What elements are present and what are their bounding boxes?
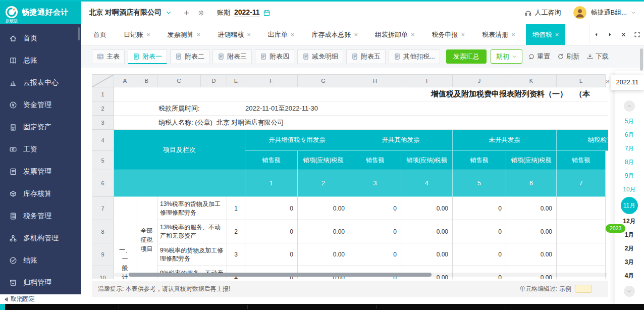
month-item-2[interactable]: 2月 [615,242,644,255]
sidebar-item-funds[interactable]: 资金管理 [0,94,81,116]
sheet-title-row[interactable]: 增值税及附加税费申报表附列资料（一） （本 [114,87,608,101]
month-item-1[interactable]: 1月2023 [615,228,644,242]
column-header-E[interactable]: E [227,74,245,87]
month-item-11[interactable]: 11月 [615,196,644,215]
row-header-8[interactable]: 8 [92,220,114,243]
taxpayer-row[interactable]: 纳税人名称: (公章) 北京 对啊酒店有限公司 [114,116,608,130]
subtab-schedule-3[interactable]: 附表三 [212,49,252,64]
vertical-scrollbar-thumb[interactable] [640,48,643,71]
close-icon[interactable]: × [511,31,515,38]
column-header-A[interactable]: A [114,74,136,87]
line-number-cell[interactable]: 1 [227,197,245,220]
row-header-10[interactable]: 10 [92,266,114,279]
close-icon[interactable]: × [354,31,358,38]
subtab-main-sheet[interactable]: 主表 [92,49,125,64]
invoice-summary-button[interactable]: 发票汇总 [446,49,487,64]
settings-gear-icon[interactable] [197,9,205,17]
item-cell[interactable]: 13%税率的货物及加工修理修配劳务 [157,197,227,220]
scroll-tabs-right-button[interactable] [603,24,617,45]
month-item-7[interactable]: 7月 [615,142,644,156]
sidebar-item-inventory[interactable]: 库存核算 [0,183,81,205]
tab-inventory-cost-ledger[interactable]: 库存成本总账× [305,24,364,45]
month-item-9[interactable]: 9月 [615,169,644,183]
close-icon[interactable]: × [291,31,295,38]
month-item-3[interactable]: 3月 [615,255,644,269]
value-cell[interactable]: 0 [245,243,298,266]
subtab-other-deduction[interactable]: 其他扣税... [389,49,440,64]
opening-period-button[interactable]: 期初 [491,49,522,64]
add-icon[interactable]: + [184,8,189,18]
value-cell[interactable] [557,243,606,266]
tab-invoice-estimate[interactable]: 发票测算× [161,24,207,45]
sidebar-item-payroll[interactable]: 工资 [0,138,81,161]
value-cell[interactable] [557,220,606,243]
value-cell[interactable]: 0 [453,220,506,243]
company-name[interactable]: 北京 对啊酒店有限公司 [89,8,162,17]
unpin-sidebar-button[interactable]: 取消固定 [0,294,81,304]
value-cell[interactable]: 0 [349,197,401,220]
item-cell[interactable]: 13%税率的服务、不动产和无形资产 [157,220,227,243]
sidebar-item-tax-management[interactable]: 税务管理 [0,205,81,227]
value-cell[interactable]: 0 [349,243,401,266]
month-item-4[interactable]: 4月 [615,269,644,283]
close-tab-button[interactable]: × [617,24,630,45]
row-subgroup-cell[interactable]: 全部征税项目 [136,197,157,279]
horizontal-scrollbar-thumb[interactable] [129,273,432,277]
period-value[interactable]: 2022-11 [234,8,260,17]
column-header-L[interactable]: L [557,74,606,87]
tab-tax-filing[interactable]: 税务申报× [425,24,472,45]
value-cell[interactable]: 0.00 [506,243,557,266]
tab-outbound-order[interactable]: 出库单× [261,24,301,45]
value-cell[interactable]: 0 [453,197,506,220]
select-all-corner[interactable] [92,74,114,87]
fullscreen-button[interactable] [630,24,644,45]
tab-journal[interactable]: 日记账× [117,24,157,45]
tab-vat[interactable]: 增值税× [526,24,566,45]
value-cell[interactable]: 0.00 [401,197,453,220]
month-item-6[interactable]: 6月 [615,128,644,142]
column-header-D[interactable]: D [201,74,227,87]
scroll-months-up-button[interactable] [624,100,635,112]
line-number-cell[interactable]: 3 [227,243,245,266]
close-icon[interactable]: × [197,31,201,38]
line-number-cell[interactable]: 2 [227,220,245,243]
refresh-button[interactable]: 刷新 [557,52,579,61]
column-header-B[interactable]: B [136,74,157,87]
value-cell[interactable]: 0 [349,220,401,243]
value-cell[interactable]: 0.00 [401,243,453,266]
sidebar-item-fixed-assets[interactable]: 固定资产 [0,116,81,138]
row-header-5[interactable]: 5 [92,151,114,170]
close-icon[interactable]: × [411,31,415,38]
sidebar-item-closing[interactable]: 结账 [0,249,81,272]
row-group-cell[interactable]: 一、一般计税 [114,197,136,279]
user-menu-chevron-icon[interactable] [631,10,636,15]
column-header-F[interactable]: F [245,74,298,87]
scroll-months-down-button[interactable] [624,286,635,297]
consult-button[interactable]: 人工咨询 [524,8,561,17]
row-header-6[interactable]: 6 [92,170,114,197]
collapse-month-panel-button[interactable]: » [604,76,612,86]
sidebar-scrollbar-thumb[interactable] [78,27,80,40]
calendar-icon[interactable] [263,9,271,17]
tab-assembly-order[interactable]: 组装拆卸单× [368,24,421,45]
value-cell[interactable]: 0 [245,220,298,243]
value-cell[interactable]: 0 [453,243,506,266]
subtab-schedule-4[interactable]: 附表四 [255,49,294,64]
month-item-8[interactable]: 8月 [615,156,644,169]
value-cell[interactable]: 0.00 [401,220,453,243]
row-header-3[interactable]: 3 [92,116,114,130]
close-icon[interactable]: × [247,31,251,38]
close-icon[interactable]: × [555,31,559,38]
value-cell[interactable] [557,197,606,220]
subtab-reduction-detail[interactable]: 减免明细 [297,49,343,64]
value-cell[interactable]: 0.00 [298,197,349,220]
row-header-2[interactable]: 2 [92,101,114,116]
column-header-H[interactable]: H [349,74,401,87]
sidebar-item-home[interactable]: 首页 [0,27,81,49]
subtab-schedule-1[interactable]: 附表一 [128,49,167,64]
sidebar-item-general-ledger[interactable]: 总账 [0,49,81,72]
scroll-tabs-left-button[interactable] [589,24,603,45]
column-header-C[interactable]: C [157,74,201,87]
sidebar-item-archive[interactable]: 归档管理 [0,272,81,294]
column-header-G[interactable]: G [298,74,349,87]
